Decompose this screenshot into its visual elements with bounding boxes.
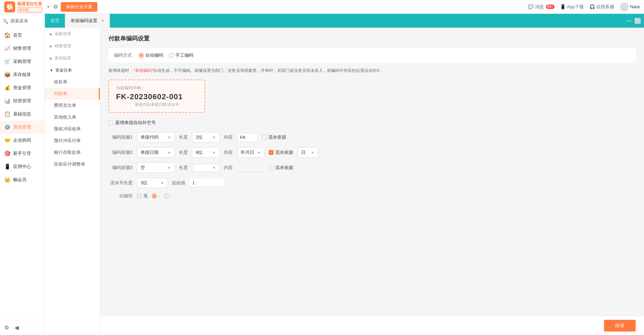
sidebar-item-sales[interactable]: 📈 销售管理 — [0, 42, 45, 55]
sidebar-item-member[interactable]: 👑 畅会员 — [0, 173, 45, 186]
user-name: Nare — [630, 4, 640, 9]
serial1-checkbox[interactable] — [262, 135, 267, 140]
service-icon: 🎧 — [589, 4, 595, 9]
code-preview-value: FK-20230602-001 — [116, 92, 198, 101]
sidebar-collapse-icon[interactable]: ◀ — [13, 323, 20, 332]
serial-length-row: 流水号长度 3位 ▼ 起始值 1 — [108, 178, 636, 188]
prefix3-label: 编码前缀3 — [108, 165, 133, 171]
logo: 畅 畅通道好生意 插品版 — [4, 1, 42, 12]
manual-encode-option[interactable]: 手工编码 — [169, 52, 193, 58]
length1-select[interactable]: 2位 ▼ — [192, 132, 220, 142]
serial-length-label: 流水号长度 — [108, 180, 133, 186]
config-row-1: 编码前缀1 单据代码 ▼ 长度 2位 ▼ 内容 FK — [108, 132, 636, 142]
separator-label: 分隔符 — [108, 193, 133, 199]
auto-fill-checkbox[interactable] — [108, 120, 113, 125]
serial3-checkbox[interactable] — [269, 165, 273, 170]
sub-nav-item-adjust[interactable]: 应收应付调整单 — [45, 158, 100, 170]
info-text: 新增单据时，*单据编码*自动生成，不可编辑。前缀设置为部门、业务员等档案类，开单… — [108, 67, 636, 74]
sep-dot2-radio[interactable] — [164, 194, 169, 198]
prefix1-label: 编码前缀1 — [108, 134, 133, 140]
sep-none[interactable]: 无 — [137, 193, 148, 199]
auto-encode-option[interactable]: 自动编码 — [139, 52, 163, 58]
tab-home[interactable]: 首页 — [45, 14, 65, 28]
serial2-checkbox[interactable]: ✓ — [269, 150, 273, 155]
length2-select[interactable]: 8位 ▼ — [192, 147, 220, 158]
start-value-input[interactable]: 1 — [190, 179, 224, 187]
config-row-2: 编码前缀2 单据日期 ▼ 长度 8位 ▼ 内容 年月日 — [108, 147, 636, 158]
topbar-left: 畅 畅通道好生意 插品版 ▼ ⚙ 保存 体验行业方案 — [4, 1, 97, 12]
length3-arrow-icon: ▼ — [212, 166, 216, 170]
prefix1-arrow-icon: ▼ — [167, 136, 171, 139]
serial-length-select[interactable]: 3位 ▼ — [137, 178, 168, 188]
trial-button[interactable]: 体验行业方案 — [61, 2, 97, 12]
sidebar-item-apps[interactable]: 📱 应用中心 — [0, 160, 45, 173]
sidebar-item-basics[interactable]: 📋 基础信息 — [0, 108, 45, 121]
maximize-icon[interactable]: ⬜ — [634, 18, 641, 24]
sidebar-item-enterprise[interactable]: 🤝 企业协同 — [0, 134, 45, 147]
auto-encode-radio[interactable] — [139, 53, 144, 58]
serial3-group: 流水依据 — [269, 165, 293, 171]
enterprise-icon: 🤝 — [4, 137, 10, 143]
save-button[interactable]: 保存 — [604, 320, 636, 332]
sub-nav-item-expense[interactable]: 费用支出单 — [45, 100, 100, 111]
sidebar-item-purchase[interactable]: 🛒 采购管理 — [0, 55, 45, 68]
sep-dot[interactable]: · — [152, 194, 160, 199]
tab-bar: 首页 单据编码设置 ✕ — ⬜ — [45, 14, 644, 28]
sub-nav-item-receipt[interactable]: 收款单 — [45, 76, 100, 88]
minimize-icon[interactable]: — — [626, 18, 632, 24]
sales-icon: 📈 — [4, 45, 10, 52]
main-container: 🔍 搜索菜单 🏠 首页 📈 销售管理 🛒 采购管理 📦 库存核算 💰 — [0, 14, 644, 335]
footer: 保存 — [100, 316, 644, 335]
sidebar-item-finance[interactable]: 💰 资金管理 — [0, 81, 45, 94]
chevron-right-icon: ▶ — [50, 32, 52, 36]
settings-icon[interactable]: ⚙ — [53, 3, 58, 10]
avatar-image — [620, 2, 629, 11]
sub-nav: ▶ 采购管理 ▶ 销售管理 ▶ 库存核算 — [45, 28, 100, 335]
prefix2-label: 编码前缀2 — [108, 149, 133, 156]
unit2-select[interactable]: 日 ▼ — [297, 147, 318, 158]
length3-label: 长度 — [179, 165, 188, 171]
sub-nav-group-purchase: ▶ 采购管理 — [45, 28, 100, 40]
app-download-button[interactable]: 📱 App下载 — [560, 4, 584, 10]
sub-nav-purchase-title[interactable]: ▶ 采购管理 — [45, 28, 100, 40]
apps-icon: 📱 — [4, 164, 10, 170]
sep-none-radio[interactable] — [137, 194, 142, 198]
sub-nav-sales-title[interactable]: ▶ 销售管理 — [45, 40, 100, 52]
manual-encode-radio[interactable] — [169, 53, 174, 58]
purchase-icon: 🛒 — [4, 58, 10, 65]
sidebar-item-home[interactable]: 🏠 首页 — [0, 29, 45, 42]
sub-nav-funds-title[interactable]: ▼ 资金往来 — [45, 64, 100, 76]
prefix2-select[interactable]: 单据日期 ▼ — [137, 147, 175, 158]
page-title: 付款单编码设置 — [108, 35, 636, 43]
sub-nav-item-bank[interactable]: 银行存取款单 — [45, 147, 100, 158]
tab-encoding-settings[interactable]: 单据编码设置 ✕ — [65, 14, 110, 28]
message-button[interactable]: 💬 消息 99+ — [528, 4, 555, 10]
service-button[interactable]: 🎧 在线客服 — [589, 4, 614, 10]
prefix3-select[interactable]: 空 ▼ — [137, 162, 175, 173]
content3-label: 内容 — [224, 165, 233, 171]
auto-fill-row: 新增单据自动补空号 — [108, 120, 636, 126]
sidebar-item-guide[interactable]: 🎯 新手引导 — [0, 147, 45, 160]
sub-nav-item-advance-recv[interactable]: 预收冲应收单 — [45, 123, 100, 135]
inventory-icon: 📦 — [4, 72, 10, 78]
sub-nav-item-other-income[interactable]: 其他收入单 — [45, 111, 100, 123]
sidebar-item-system[interactable]: ⚙️ 系统管理 — [0, 121, 45, 134]
sep-dot2[interactable]: · — [164, 194, 172, 199]
company-dropdown[interactable]: ▼ — [45, 4, 50, 9]
config-row-3: 编码前缀3 空 ▼ 长度 ▼ 内容 — [108, 162, 636, 173]
sub-nav-inventory-title[interactable]: ▶ 库存核算 — [45, 52, 100, 64]
message-icon: 💬 — [528, 4, 534, 9]
sidebar-item-operations[interactable]: 📊 经营管理 — [0, 94, 45, 108]
code-preview-label: 当前编码示例： — [116, 85, 198, 91]
content2-select[interactable]: 年月日 ▼ — [237, 147, 265, 158]
sidebar-item-inventory[interactable]: 📦 库存核算 — [0, 68, 45, 81]
sep-dot-radio[interactable] — [152, 194, 157, 198]
user-avatar[interactable]: Nare — [620, 2, 640, 11]
tab-close-icon[interactable]: ✕ — [101, 18, 104, 23]
sub-nav-item-advance-pay[interactable]: 预付冲应付单 — [45, 135, 100, 147]
search-menu-button[interactable]: 🔍 搜索菜单 — [3, 17, 42, 26]
length3-select[interactable]: ▼ — [192, 164, 220, 172]
prefix1-select[interactable]: 单据代码 ▼ — [137, 132, 175, 142]
sidebar-settings-icon[interactable]: ⚙ — [3, 323, 10, 332]
sub-nav-item-payment[interactable]: 付款单 — [45, 88, 100, 100]
